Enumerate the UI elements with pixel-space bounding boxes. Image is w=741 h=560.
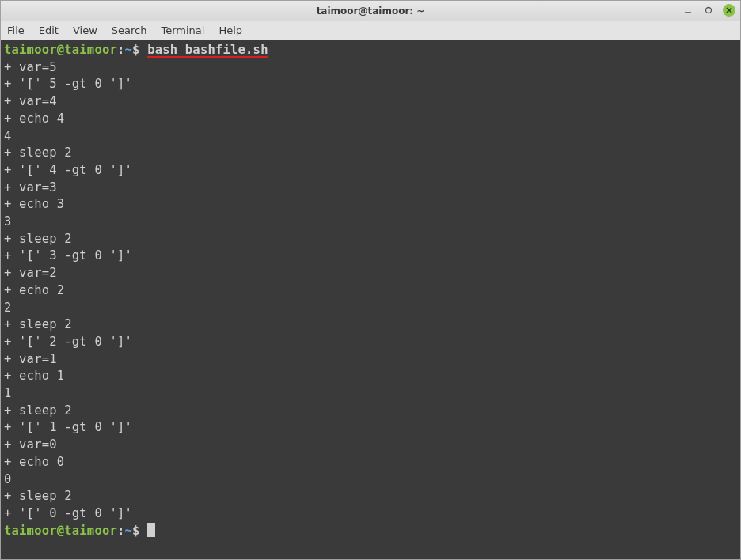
output-line: + echo 2 <box>4 282 737 300</box>
prompt-dollar: $ <box>132 524 140 538</box>
prompt-line: taimoor@taimoor:~$ bash bashfile.sh <box>4 42 737 59</box>
output-line: + '[' 0 -gt 0 ']' <box>4 505 737 523</box>
prompt-colon: : <box>117 524 125 538</box>
output-line: + var=5 <box>4 59 737 77</box>
output-line: 1 <box>4 385 737 403</box>
output-line: + sleep 2 <box>4 316 737 334</box>
menu-terminal[interactable]: Terminal <box>161 25 204 36</box>
window-title: taimoor@taimoor: ~ <box>317 6 425 17</box>
menu-help[interactable]: Help <box>218 25 242 36</box>
menu-edit[interactable]: Edit <box>39 25 59 36</box>
terminal-output: + var=5+ '[' 5 -gt 0 ']'+ var=4+ echo 44… <box>4 59 737 523</box>
output-line: + var=3 <box>4 180 737 197</box>
close-icon <box>725 6 733 14</box>
output-line: 0 <box>4 471 737 489</box>
cursor <box>147 523 155 537</box>
output-line: + sleep 2 <box>4 403 737 420</box>
output-line: + sleep 2 <box>4 488 737 505</box>
output-line: + '[' 4 -gt 0 ']' <box>4 162 737 180</box>
output-line: + echo 1 <box>4 368 737 385</box>
output-line: + echo 4 <box>4 111 737 128</box>
minimize-button[interactable] <box>682 4 694 17</box>
output-line: + echo 0 <box>4 454 737 471</box>
output-line: + var=0 <box>4 437 737 454</box>
titlebar[interactable]: taimoor@taimoor: ~ <box>1 1 740 21</box>
terminal-content[interactable]: taimoor@taimoor:~$ bash bashfile.sh+ var… <box>1 40 740 559</box>
command-text: bash bashfile.sh <box>147 43 268 57</box>
prompt-path: ~ <box>125 524 133 538</box>
svg-point-1 <box>706 8 712 13</box>
prompt-path: ~ <box>125 43 133 57</box>
terminal-window: taimoor@taimoor: ~ File Edit View Search… <box>0 0 741 560</box>
maximize-button[interactable] <box>702 4 715 17</box>
prompt-user-host: taimoor@taimoor <box>4 524 117 538</box>
output-line: + var=4 <box>4 93 737 111</box>
output-line: + echo 3 <box>4 196 737 214</box>
output-line: 4 <box>4 128 737 146</box>
menu-view[interactable]: View <box>73 25 97 36</box>
output-line: + '[' 2 -gt 0 ']' <box>4 334 737 351</box>
window-controls <box>682 4 735 17</box>
output-line: + var=2 <box>4 265 737 282</box>
output-line: + sleep 2 <box>4 145 737 162</box>
minimize-icon <box>684 6 692 14</box>
output-line: + sleep 2 <box>4 231 737 248</box>
prompt-line-idle: taimoor@taimoor:~$ <box>4 523 737 540</box>
close-button[interactable] <box>723 4 735 17</box>
menu-search[interactable]: Search <box>112 25 147 36</box>
output-line: 2 <box>4 300 737 317</box>
output-line: + '[' 5 -gt 0 ']' <box>4 76 737 93</box>
output-line: + var=1 <box>4 351 737 369</box>
prompt-colon: : <box>117 43 125 57</box>
output-line: + '[' 3 -gt 0 ']' <box>4 248 737 265</box>
prompt-user-host: taimoor@taimoor <box>4 43 117 57</box>
menu-file[interactable]: File <box>7 25 25 36</box>
output-line: 3 <box>4 214 737 231</box>
prompt-dollar: $ <box>132 43 140 57</box>
maximize-icon <box>705 6 712 14</box>
output-line: + '[' 1 -gt 0 ']' <box>4 419 737 437</box>
menubar: File Edit View Search Terminal Help <box>1 21 740 40</box>
